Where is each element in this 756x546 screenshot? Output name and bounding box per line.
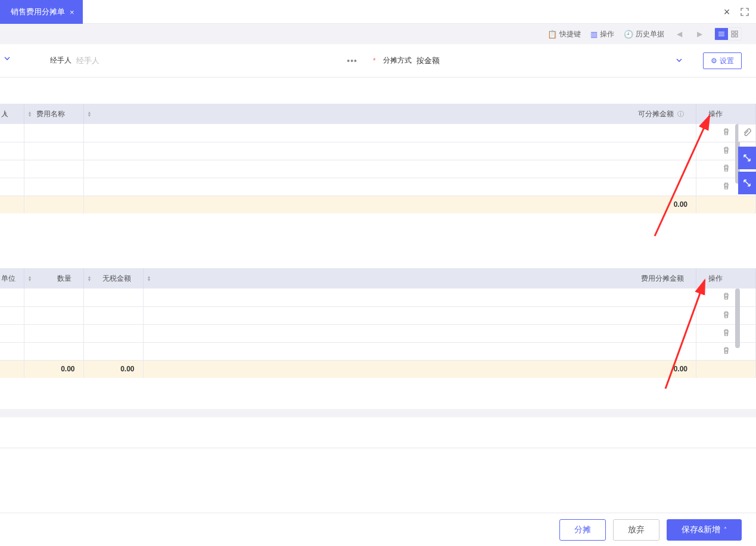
fee-table: ▲▼ 人 ▲▼ 费用名称 ▲▼ 可分摊金额 ⓘ 操作 [0,104,756,213]
sort-icon[interactable]: ▲▼ [88,275,92,281]
fullscreen-icon[interactable] [736,0,754,24]
fee-th-name: ▲▼ 费用名称 [24,104,83,124]
handler-input[interactable] [76,54,360,68]
handler-label: 经手人 [50,55,71,66]
svg-rect-6 [735,35,738,37]
table-row[interactable] [0,178,756,196]
expand-panel-icon-2[interactable] [738,172,756,194]
close-tab-icon[interactable]: × [70,8,74,17]
table-row[interactable] [0,324,756,342]
sales-th-feealloc: ▲▼ 费用分摊金额 [143,268,696,288]
page-tab-label: 销售费用分摊单 [11,7,65,17]
delete-icon[interactable] [722,346,730,355]
clipboard-icon: 📋 [547,30,557,39]
table-row[interactable] [0,142,756,160]
help-icon[interactable]: ⓘ [677,110,684,117]
chevron-up-icon: ˄ [724,526,727,533]
fee-total-allocatable: 0.00 [83,196,696,213]
sales-th-unit: 单位 [0,268,24,288]
delete-icon[interactable] [722,328,730,337]
sort-icon[interactable]: ▲▼ [88,111,92,117]
handler-picker-icon[interactable]: ••• [347,56,357,66]
shortcut-label: 快捷键 [559,29,581,39]
fee-th-allocatable: ▲▼ 可分摊金额 ⓘ [83,104,696,124]
table-row[interactable] [0,160,756,178]
attachment-icon[interactable] [738,124,756,142]
delete-icon[interactable] [722,128,730,136]
fee-total-row: 0.00 [0,196,756,213]
sales-th-qty: ▲▼ 数量 [24,268,83,288]
method-label: 分摊方式 [383,55,412,66]
prev-record-icon[interactable]: ◀ [674,28,685,40]
settings-button[interactable]: ⚙ 设置 [703,52,742,69]
history-icon: 🕘 [624,30,633,39]
sort-icon[interactable]: ▲▼ [28,111,32,117]
save-new-button[interactable]: 保存&新增 ˄ [667,519,742,541]
sales-total-notax: 0.00 [83,360,143,378]
sales-th-notax: ▲▼ 无税金额 [83,268,143,288]
fee-th-op: 操作 [696,104,756,124]
close-icon[interactable]: × [718,0,736,24]
svg-rect-3 [732,31,734,33]
table-row[interactable] [0,288,756,306]
svg-rect-5 [732,35,734,37]
expand-panel-icon[interactable] [738,147,756,169]
sales-table: 单位 ▲▼ 数量 ▲▼ 无税金额 ▲▼ 费用分摊金额 操 [0,268,756,378]
page-tab[interactable]: 销售费用分摊单 × [0,0,83,24]
next-record-icon[interactable]: ▶ [694,28,705,40]
gear-icon: ⚙ [711,57,717,65]
sales-th-op: 操作 [696,268,756,288]
delete-icon[interactable] [722,292,730,300]
discard-button[interactable]: 放弃 [613,519,659,541]
table-row[interactable] [0,124,756,142]
sales-total-row: 0.00 0.00 0.00 [0,360,756,378]
allocate-label: 分摊 [574,525,591,535]
history-button[interactable]: 🕘 历史单据 [624,29,664,39]
discard-label: 放弃 [628,525,645,535]
operate-button[interactable]: ▥ 操作 [590,29,614,39]
sort-icon[interactable]: ▲▼ [28,275,32,281]
table-row[interactable] [0,306,756,324]
shortcut-button[interactable]: 📋 快捷键 [547,29,581,39]
required-mark: * [373,57,376,65]
fee-th-party: ▲▼ 人 [0,104,24,124]
delete-icon[interactable] [722,182,730,190]
delete-icon[interactable] [722,311,730,319]
grid-icon: ▥ [590,30,598,39]
collapse-left-icon[interactable] [4,55,11,63]
delete-icon[interactable] [722,164,730,172]
delete-icon[interactable] [722,146,730,154]
settings-label: 设置 [720,56,734,66]
scrollbar[interactable] [735,288,740,348]
view-toggle-card[interactable] [728,28,741,40]
history-label: 历史单据 [636,29,664,39]
allocate-button[interactable]: 分摊 [559,519,606,541]
sales-total-qty: 0.00 [24,360,83,378]
view-toggle-list[interactable] [715,28,728,40]
method-dropdown-icon[interactable] [676,57,683,65]
table-row[interactable] [0,342,756,360]
method-value: 按金额 [416,55,671,66]
sort-icon[interactable]: ▲▼ [147,275,151,281]
svg-rect-4 [735,31,738,33]
save-new-label: 保存&新增 [682,525,720,535]
operate-label: 操作 [600,29,614,39]
sales-total-feealloc: 0.00 [143,360,696,378]
